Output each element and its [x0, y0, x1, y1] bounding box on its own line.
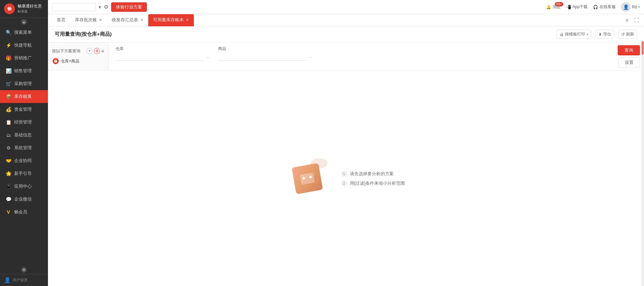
query-filters: 仓库 ··· 商品 ··· [109, 43, 614, 70]
sidebar-item-sales[interactable]: 📊 销售管理 [0, 64, 48, 77]
sidebar-item-shortcut[interactable]: ⚡ 快捷导航 [0, 39, 48, 52]
industry-solution-button[interactable]: 体验行业方案 [111, 2, 147, 12]
money-icon: 💰 [5, 106, 11, 112]
query-scheme-panel: 按以下方案查询 + ⚙ « 仓库+商品 [48, 43, 109, 70]
refresh-icon: ↺ [621, 32, 625, 37]
tab-close-available-ledger[interactable]: ✕ [186, 18, 189, 22]
tab-close-receipt-summary[interactable]: ✕ [140, 18, 144, 22]
print-button[interactable]: 🖨 按模板打印 ▾ [557, 30, 591, 39]
sidebar-item-system[interactable]: ⚙ 系统管理 [0, 141, 48, 154]
sidebar-item-app-center[interactable]: 📱 应用中心 [0, 180, 48, 193]
handshake-icon: 🤝 [5, 158, 11, 164]
user-avatar-small: 👤 [4, 277, 11, 283]
box-face [300, 172, 315, 184]
page-actions: 🖨 按模板打印 ▾ ⬇ 导出 ↺ 刷新 [557, 30, 637, 39]
filter-product: 商品 ··· [218, 46, 313, 61]
sidebar-nav: 🔍 搜索菜单 ⚡ 快捷导航 🎁 营销推广 📊 销售管理 🛒 采购管理 📦 库存核… [0, 26, 48, 266]
query-scheme-header: 按以下方案查询 + ⚙ « [48, 46, 108, 56]
topbar-search-area [52, 3, 96, 11]
sidebar-item-inventory[interactable]: 📦 库存核算 [0, 90, 48, 103]
svg-rect-0 [54, 60, 57, 62]
vip-icon: V [5, 209, 11, 215]
empty-state: 1 请先选择要分析的方案 2 用[过滤]条件来缩小分析范围 [48, 71, 644, 286]
sidebar-scroll-down[interactable]: ▼ [21, 267, 27, 272]
box-icon: 📦 [5, 94, 11, 100]
shortcut-icon: ⚡ [5, 42, 11, 48]
scheme-actions: + ⚙ « [86, 48, 104, 54]
scheme-item-warehouse-product[interactable]: 仓库+商品 [48, 56, 108, 66]
sidebar-item-finance[interactable]: 💰 资金管理 [0, 103, 48, 116]
bell-icon: 🔔 [546, 5, 551, 9]
sidebar-item-purchase[interactable]: 🛒 采购管理 [0, 77, 48, 90]
app-logo: 畅 [4, 3, 15, 14]
printer-icon: 🖨 [560, 32, 564, 37]
user-dropdown-arrow: ▾ [638, 5, 640, 9]
avatar: 👤 [621, 2, 630, 12]
tab-home[interactable]: 首页 [52, 14, 70, 26]
sidebar-item-wechat[interactable]: 💬 企业微信 [0, 193, 48, 206]
sidebar-item-enterprise[interactable]: 🤝 企业协同 [0, 154, 48, 167]
setting-button[interactable]: 设置 [618, 57, 640, 68]
tab-close-batch-ledger[interactable]: ✕ [99, 18, 102, 22]
close-window-button[interactable]: ✕ [624, 17, 630, 24]
maximize-window-button[interactable]: ⛶ [633, 17, 640, 24]
topbar-dropdown-arrow[interactable]: ▾ [99, 4, 101, 10]
online-service-button[interactable]: 🎧 在线客服 [593, 4, 616, 10]
topbar-settings-icon[interactable]: ⚙ [104, 4, 108, 10]
phone-icon: 📲 [566, 5, 571, 9]
warehouse-more-icon[interactable]: ··· [206, 54, 210, 60]
star-icon: 🌟 [5, 171, 11, 177]
mobile-icon: 📱 [5, 183, 11, 189]
tab-receipt-summary[interactable]: 收发存汇总表 ✕ [107, 14, 148, 26]
product-more-icon[interactable]: ··· [309, 54, 313, 60]
app-brand: 畅康通好生意 标准版 [18, 4, 42, 14]
tabs-bar: 首页 库存批次账 ✕ 收发存汇总表 ✕ 可用量库存账本 ✕ ✕ ⛶ [48, 14, 644, 26]
sidebar-scroll-up[interactable]: ▲ [21, 19, 27, 25]
refresh-button[interactable]: ↺ 刷新 [618, 30, 637, 39]
topbar-search-input[interactable] [52, 3, 96, 11]
sidebar-item-operations[interactable]: 📋 经营管理 [0, 116, 48, 129]
headset-icon: 🎧 [593, 5, 598, 9]
cart-icon: 🛒 [5, 81, 11, 87]
page-header: 可用量查询(按仓库+商品) 🖨 按模板打印 ▾ ⬇ 导出 ↺ 刷新 [48, 26, 644, 43]
tab-batch-ledger[interactable]: 库存批次账 ✕ [70, 14, 107, 26]
sidebar-user-footer[interactable]: 👤 用户设置 [0, 274, 48, 286]
right-scrollbar[interactable] [641, 41, 644, 286]
clipboard-icon: 📋 [5, 119, 11, 125]
print-dropdown-arrow: ▾ [587, 32, 588, 36]
sidebar-item-basic-info[interactable]: 🗂 基础信息 [0, 129, 48, 141]
folder-icon: 🗂 [5, 132, 11, 138]
empty-tip-2: 2 用[过滤]条件来缩小分析范围 [341, 180, 405, 186]
sidebar-item-guide[interactable]: 🌟 新手引导 [0, 167, 48, 180]
empty-box-icon [292, 163, 323, 194]
query-area: 按以下方案查询 + ⚙ « 仓库+商品 [48, 43, 644, 70]
topbar-right: 🔔 99+ 消息 📲 App下载 🎧 在线客服 👤 Rit ▾ [546, 2, 640, 12]
query-action-column: 查询 设置 [614, 43, 644, 70]
warehouse-input[interactable] [115, 53, 204, 61]
export-button[interactable]: ⬇ 导出 [595, 30, 614, 39]
sidebar-item-vip[interactable]: V 畅会员 [0, 206, 48, 218]
sidebar-item-search[interactable]: 🔍 搜索菜单 [0, 26, 48, 39]
product-input[interactable] [218, 53, 307, 61]
export-icon: ⬇ [598, 32, 602, 37]
chat-icon: 💬 [5, 196, 11, 202]
window-controls: ✕ ⛶ [624, 17, 640, 24]
sidebar-item-marketing[interactable]: 🎁 营销推广 [0, 52, 48, 64]
sidebar-header: 畅 畅康通好生意 标准版 [0, 0, 48, 18]
app-download-button[interactable]: 📲 App下载 [566, 4, 588, 10]
user-profile-button[interactable]: 👤 Rit ▾ [621, 2, 640, 12]
filter-warehouse: 仓库 ··· [115, 46, 210, 61]
gift-icon: 🎁 [5, 55, 11, 61]
sidebar: 畅 畅康通好生意 标准版 ▲ 🔍 搜索菜单 ⚡ 快捷导航 🎁 营销推广 📊 销售… [0, 0, 48, 286]
scheme-settings-button[interactable]: ⚙ [94, 48, 100, 54]
chart-icon: 📊 [5, 68, 11, 74]
tab-available-ledger[interactable]: 可用量库存账本 ✕ [148, 14, 194, 26]
add-scheme-button[interactable]: + [86, 48, 93, 54]
collapse-button[interactable]: « [101, 48, 104, 54]
gear-icon: ⚙ [5, 145, 11, 151]
empty-illustration [287, 158, 328, 199]
message-button[interactable]: 🔔 99+ 消息 [546, 4, 561, 10]
search-icon: 🔍 [5, 29, 11, 35]
query-button[interactable]: 查询 [618, 45, 640, 55]
scheme-icon [53, 58, 59, 64]
